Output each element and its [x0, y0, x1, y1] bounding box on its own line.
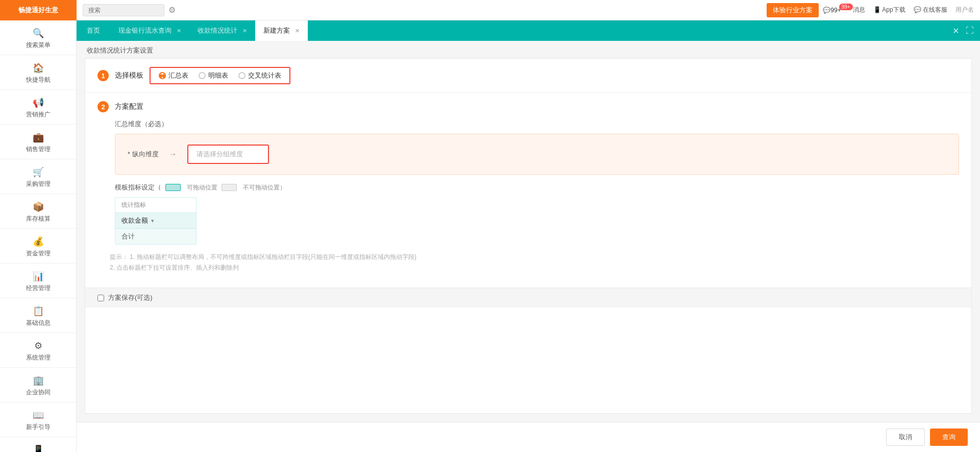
- save-section: 方案保存(可选): [85, 288, 971, 307]
- header-right: 💬 99+99+ 消息 📱 App下载 💬 在线客服 用户名: [823, 6, 974, 14]
- sidebar-item-home[interactable]: 🏠 快捷导航: [0, 55, 76, 90]
- metrics-config: 模板指标设定（ 可拖动位置 不可拖动位置）: [115, 183, 959, 245]
- guide-icon: 📖: [33, 410, 44, 421]
- app-download[interactable]: 📱 App下载: [873, 6, 905, 14]
- sidebar: 🔍 搜索菜单 🏠 快捷导航 📢 营销推广 💼 销售管理 🛒 采购管理 📦 库存核…: [0, 20, 77, 452]
- sidebar-label: 采购管理: [26, 180, 51, 188]
- step1-section: 1 选择模板 汇总表 明细表: [85, 59, 971, 93]
- step1-label: 选择模板: [115, 71, 143, 80]
- legend-draggable-box: [165, 184, 181, 191]
- finance-icon: 💰: [33, 236, 44, 247]
- sidebar-label: 系统管理: [26, 353, 51, 362]
- sidebar-item-guide[interactable]: 📖 新手引导: [0, 402, 76, 437]
- radio-dot-cross: [238, 72, 246, 79]
- arrow-icon: →: [169, 150, 177, 159]
- gear-icon[interactable]: ⚙: [168, 5, 176, 15]
- tab-close-all-button[interactable]: ✕: [949, 25, 962, 37]
- home-icon: 🏠: [33, 62, 44, 74]
- query-button[interactable]: 查询: [930, 429, 968, 446]
- sidebar-label: 经营管理: [26, 284, 51, 293]
- inventory-icon: 📦: [33, 201, 44, 212]
- operation-icon: 📊: [33, 271, 44, 282]
- tab-cashflow[interactable]: 现金银行流水查询 ✕: [110, 20, 189, 41]
- tab-home[interactable]: 首页: [77, 20, 110, 41]
- save-checkbox[interactable]: [97, 295, 104, 301]
- tips-section: 提示： 1. 拖动标题栏可以调整布局，不可跨维度或指标区域拖动栏目字段(只能在同…: [97, 245, 959, 279]
- step1-badge: 1: [97, 70, 109, 81]
- legend-draggable-area: 可拖动位置: [165, 183, 217, 192]
- sidebar-label: 搜索菜单: [26, 41, 51, 50]
- cancel-button[interactable]: 取消: [886, 429, 925, 446]
- content-area: 收款情况统计方案设置 1 选择模板 汇总表: [77, 41, 980, 452]
- notification-label: 消息: [853, 6, 865, 14]
- tab-close-receivable[interactable]: ✕: [242, 28, 247, 34]
- legend-draggable-label: 可拖动位置: [187, 183, 217, 192]
- main-card: 1 选择模板 汇总表 明细表: [85, 58, 972, 414]
- sidebar-item-marketing[interactable]: 📢 营销推广: [0, 90, 76, 125]
- system-icon: ⚙: [34, 340, 42, 351]
- metrics-table-header[interactable]: 收款金额 ▾: [115, 213, 196, 229]
- sidebar-label: 基础信息: [26, 319, 51, 327]
- sidebar-item-purchase[interactable]: 🛒 采购管理: [0, 159, 76, 194]
- tab-receivable[interactable]: 收款情况统计 ✕: [189, 20, 255, 41]
- dropdown-arrow-icon: ▾: [151, 218, 154, 224]
- radio-cross[interactable]: 交叉统计表: [238, 71, 281, 80]
- step2-badge: 2: [97, 101, 109, 112]
- dimension-row-label: * 纵向维度: [128, 150, 159, 159]
- sidebar-item-inventory[interactable]: 📦 库存核算: [0, 194, 76, 229]
- sidebar-item-finance[interactable]: 💰 资金管理: [0, 229, 76, 264]
- basic-icon: 📋: [33, 305, 44, 317]
- metrics-table-row: 合计: [115, 229, 196, 244]
- save-label: 方案保存(可选): [108, 293, 153, 302]
- sidebar-label: 营销推广: [26, 110, 51, 119]
- metrics-section-label: 统计指标: [115, 198, 196, 213]
- online-service[interactable]: 💬 在线客服: [914, 6, 947, 14]
- step2-label: 方案配置: [115, 102, 143, 111]
- sidebar-item-sales[interactable]: 💼 销售管理: [0, 125, 76, 159]
- radio-summary[interactable]: 汇总表: [159, 71, 188, 80]
- step2-header: 2 方案配置: [97, 101, 959, 112]
- sidebar-item-hardware[interactable]: 📱 智能硬件: [0, 437, 76, 452]
- radio-dot-detail: [199, 72, 206, 79]
- step2-section: 2 方案配置 汇总维度（必选） * 纵向维度 → 请选择分组维度: [85, 93, 971, 288]
- dimension-select[interactable]: 请选择分组维度: [187, 145, 269, 164]
- tab-bar: 首页 现金银行流水查询 ✕ 收款情况统计 ✕ 新建方案 ✕ ✕ ⛶: [77, 20, 980, 41]
- tab-close-cashflow[interactable]: ✕: [177, 28, 181, 34]
- sidebar-item-system[interactable]: ⚙ 系统管理: [0, 333, 76, 368]
- sidebar-label: 快捷导航: [26, 76, 51, 84]
- marketing-icon: 📢: [33, 97, 44, 108]
- sidebar-label: 新手引导: [26, 423, 51, 432]
- radio-dot-summary: [159, 72, 166, 79]
- metrics-table: 统计指标 收款金额 ▾ 合计: [115, 197, 197, 245]
- legend-nondraggable-area: 不可拖动位置）: [222, 183, 286, 192]
- sidebar-item-operation[interactable]: 📊 经营管理: [0, 264, 76, 298]
- dimension-area: * 纵向维度 → 请选择分组维度: [115, 134, 959, 175]
- template-selection: 汇总表 明细表 交叉统计表: [150, 67, 290, 84]
- purchase-icon: 🛒: [33, 166, 44, 178]
- sidebar-item-basic[interactable]: 📋 基础信息: [0, 298, 76, 333]
- sidebar-label: 资金管理: [26, 249, 51, 258]
- search-icon: 🔍: [33, 28, 44, 39]
- notification-area[interactable]: 💬 99+99+ 消息: [823, 6, 865, 14]
- radio-detail[interactable]: 明细表: [199, 71, 228, 80]
- tab-close-newplan[interactable]: ✕: [295, 28, 300, 34]
- sales-icon: 💼: [33, 132, 44, 143]
- tab-bar-actions: ✕ ⛶: [949, 25, 980, 37]
- sidebar-item-search[interactable]: 🔍 搜索菜单: [0, 20, 76, 55]
- sidebar-label: 企业协同: [26, 388, 51, 397]
- enterprise-icon: 🏢: [33, 375, 44, 386]
- page-title: 收款情况统计方案设置: [77, 41, 980, 58]
- hardware-icon: 📱: [33, 444, 44, 452]
- legend-nondraggable-label: 不可拖动位置）: [243, 183, 286, 192]
- sidebar-label: 销售管理: [26, 145, 51, 154]
- search-input[interactable]: [83, 4, 164, 16]
- legend-nondraggable-box: [222, 184, 237, 191]
- metrics-label-row: 模板指标设定（ 可拖动位置 不可拖动位置）: [115, 183, 959, 192]
- tab-expand-button[interactable]: ⛶: [964, 25, 976, 37]
- sidebar-item-enterprise[interactable]: 🏢 企业协同: [0, 368, 76, 402]
- footer-bar: 取消 查询: [77, 422, 980, 452]
- tab-newplan[interactable]: 新建方案 ✕: [255, 20, 308, 41]
- user-avatar[interactable]: 用户名: [955, 6, 974, 14]
- logo: 畅捷通好生意: [0, 0, 77, 20]
- industry-button[interactable]: 体验行业方案: [767, 3, 819, 17]
